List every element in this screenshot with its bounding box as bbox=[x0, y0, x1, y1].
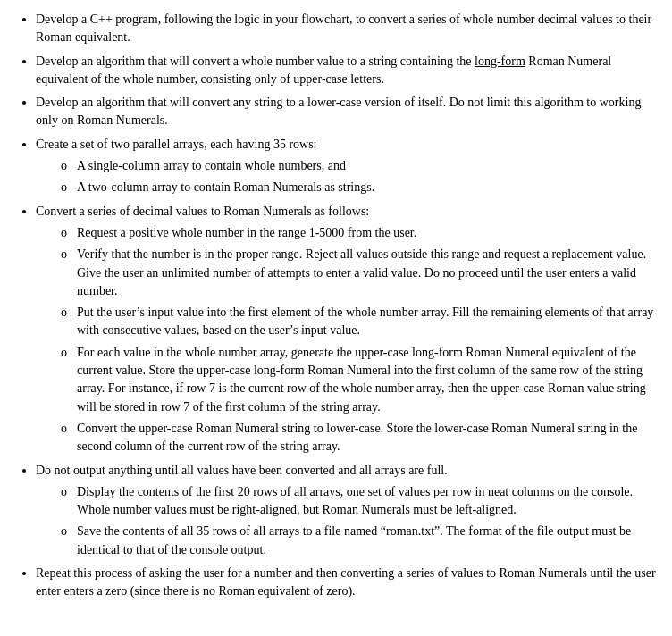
item4b-text: A two-column array to contain Roman Nume… bbox=[77, 180, 374, 194]
item6a-text: Display the contents of the first 20 row… bbox=[77, 485, 633, 516]
sublist-5-item-e: Convert the upper-case Roman Numeral str… bbox=[61, 420, 658, 456]
sublist-5-item-b: Verify that the number is in the proper … bbox=[61, 246, 658, 300]
item5a-text: Request a positive whole number in the r… bbox=[77, 226, 416, 239]
sublist-4-item-b: A two-column array to contain Roman Nume… bbox=[61, 179, 658, 197]
item7-text: Repeat this process of asking the user f… bbox=[36, 566, 656, 598]
item6b-text: Save the contents of all 35 rows of all … bbox=[77, 524, 631, 556]
item5b-text: Verify that the number is in the proper … bbox=[77, 247, 646, 297]
item5-text: Convert a series of decimal values to Ro… bbox=[36, 205, 369, 218]
sublist-5-item-a: Request a positive whole number in the r… bbox=[61, 224, 658, 242]
item2-underline: long-form bbox=[475, 54, 525, 68]
item6-text: Do not output anything until all values … bbox=[36, 464, 448, 477]
sublist-6-item-b: Save the contents of all 35 rows of all … bbox=[61, 523, 658, 559]
sublist-5-item-d: For each value in the whole number array… bbox=[61, 344, 658, 416]
item5e-text: Convert the upper-case Roman Numeral str… bbox=[77, 422, 637, 453]
sublist-4-item-a: A single-column array to contain whole n… bbox=[61, 157, 658, 175]
list-item-5: Convert a series of decimal values to Ro… bbox=[36, 203, 658, 456]
item5c-text: Put the user’s input value into the firs… bbox=[77, 305, 653, 337]
sublist-6: Display the contents of the first 20 row… bbox=[36, 483, 658, 559]
sublist-4: A single-column array to contain whole n… bbox=[36, 157, 658, 197]
item1-text: Develop a C++ program, following the log… bbox=[36, 13, 651, 44]
item4-text: Create a set of two parallel arrays, eac… bbox=[36, 138, 317, 151]
list-item-7: Repeat this process of asking the user f… bbox=[36, 565, 658, 601]
list-item-4: Create a set of two parallel arrays, eac… bbox=[36, 136, 658, 197]
item2-text-before: Develop an algorithm that will convert a… bbox=[36, 54, 475, 68]
list-item-6: Do not output anything until all values … bbox=[36, 462, 658, 559]
list-item-1: Develop a C++ program, following the log… bbox=[36, 11, 658, 47]
item3-text: Develop an algorithm that will convert a… bbox=[36, 96, 641, 127]
sublist-5: Request a positive whole number in the r… bbox=[36, 224, 658, 456]
main-list: Develop a C++ program, following the log… bbox=[14, 11, 658, 601]
list-item-2: Develop an algorithm that will convert a… bbox=[36, 53, 658, 89]
list-item-3: Develop an algorithm that will convert a… bbox=[36, 94, 658, 130]
item4a-text: A single-column array to contain whole n… bbox=[77, 159, 346, 172]
sublist-6-item-a: Display the contents of the first 20 row… bbox=[61, 483, 658, 520]
sublist-5-item-c: Put the user’s input value into the firs… bbox=[61, 304, 658, 340]
item5d-text: For each value in the whole number array… bbox=[77, 346, 646, 414]
